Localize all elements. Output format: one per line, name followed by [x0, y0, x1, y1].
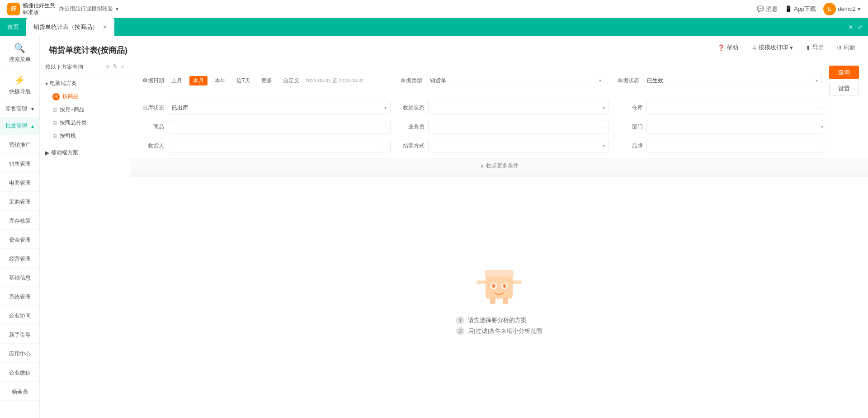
- messages-btn[interactable]: 💬 消息: [757, 5, 778, 13]
- print-btn[interactable]: 🖨 按模板打印 ▾: [747, 42, 797, 53]
- filter-status-dropdown[interactable]: 已生效 ▾: [643, 74, 822, 87]
- refresh-btn[interactable]: ↺ 刷新: [833, 42, 859, 53]
- scheme-collapse-btn[interactable]: «: [121, 63, 124, 71]
- svg-rect-0: [486, 276, 513, 299]
- action-buttons: 查询 设置: [829, 66, 859, 95]
- help-icon: ❓: [717, 44, 725, 51]
- nav-basic[interactable]: 基础信息: [0, 268, 39, 287]
- retail-arrow-icon: ▾: [31, 106, 34, 112]
- filter-dept-dropdown[interactable]: ▾: [646, 120, 827, 133]
- scheme-item-by-cashier[interactable]: ⊞ 按司机: [40, 129, 130, 142]
- wholesale-arrow-icon: ▴: [31, 123, 34, 129]
- scheme-add-btn[interactable]: +: [106, 63, 110, 71]
- app-download-btn[interactable]: 📱 App下载: [785, 5, 816, 13]
- filter-salesman-input[interactable]: ···: [428, 120, 609, 133]
- date-tab-last-month[interactable]: 上月: [168, 76, 186, 86]
- filter-brand-input[interactable]: ···: [646, 139, 827, 152]
- nav-guide[interactable]: 新手引导: [0, 325, 39, 344]
- brand-dots-icon: ···: [819, 142, 823, 149]
- date-tab-this-month[interactable]: 本月: [189, 76, 208, 86]
- topbar: 好 畅捷信好生意 标准版 办公用品行业模拟账套 ▾ 💬 消息 📱 App下载 E…: [0, 0, 868, 18]
- collapse-up-icon: ∧: [480, 163, 484, 169]
- tab-report[interactable]: 销货单统计表（按商品） ✕: [26, 18, 114, 36]
- main-layout: 🔍 搜索菜单 ⚡ 快捷导航 零售管理 ▾ 批发管理 ▴ 营销推广 销售管理 电商…: [0, 36, 868, 418]
- nav-wechat[interactable]: 企业微信: [0, 363, 39, 382]
- download-icon: 📱: [785, 5, 792, 12]
- nav-search-menu[interactable]: 🔍 搜索菜单: [0, 36, 39, 68]
- user-menu[interactable]: E demo2 ▾: [823, 3, 861, 15]
- export-icon: ⬆: [806, 44, 811, 51]
- filter-settle-item: 结算方式 ▾: [400, 139, 609, 152]
- maximize-icon[interactable]: ⤢: [857, 24, 863, 31]
- date-tab-this-year[interactable]: 本年: [211, 76, 229, 86]
- query-btn[interactable]: 查询: [829, 66, 859, 79]
- table-icon-2: ⊞: [52, 120, 57, 126]
- pc-arrow-icon: ▾: [45, 81, 48, 87]
- filter-row-2: 出库状态 已出库 ▾ 收款状态: [139, 101, 859, 114]
- nav-wholesale[interactable]: 批发管理 ▴: [0, 118, 39, 135]
- mobile-arrow-icon: ▶: [45, 150, 49, 156]
- date-tab-custom[interactable]: 自定义: [279, 76, 303, 86]
- scheme-mobile-toggle[interactable]: ▶ 移动端方案: [40, 146, 130, 159]
- collect-arrow-icon: ▾: [603, 105, 605, 110]
- nav-finance[interactable]: 资金管理: [0, 230, 39, 249]
- filter-type-item: 单据类型 销货单 ▾: [397, 74, 605, 87]
- close-window-icon[interactable]: ✕: [848, 24, 854, 31]
- type-arrow-icon: ▾: [599, 78, 601, 83]
- filter-goods-input[interactable]: ···: [168, 120, 391, 133]
- filter-collect-dropdown[interactable]: ▾: [428, 101, 609, 114]
- filter-status-item: 单据状态 已生效 ▾: [614, 74, 822, 87]
- scheme-item-by-goods[interactable]: 按 按商品: [40, 90, 130, 103]
- tab-close-icon[interactable]: ✕: [103, 24, 107, 30]
- table-icon-1: ⊞: [52, 107, 57, 113]
- setting-btn[interactable]: 设置: [829, 82, 859, 95]
- empty-step-1: 1 请先选择要分析的方案: [456, 316, 542, 324]
- filter-type-dropdown[interactable]: 销货单 ▾: [426, 74, 605, 87]
- sidebar-nav: 🔍 搜索菜单 ⚡ 快捷导航 零售管理 ▾ 批发管理 ▴ 营销推广 销售管理 电商…: [0, 36, 40, 418]
- nav-vip[interactable]: 畅会员: [0, 382, 39, 401]
- filter-settle-dropdown[interactable]: ▾: [428, 139, 609, 152]
- svg-rect-8: [490, 298, 495, 304]
- filter-receiver-input[interactable]: ···: [168, 139, 391, 152]
- empty-step-2: 2 用[过滤]条件来缩小分析范围: [456, 327, 542, 335]
- nav-system[interactable]: 系统管理: [0, 287, 39, 306]
- nav-inventory[interactable]: 库存核算: [0, 211, 39, 230]
- nav-quick-nav[interactable]: ⚡ 快捷导航: [0, 68, 39, 100]
- nav-purchase[interactable]: 采购管理: [0, 192, 39, 211]
- nav-sales[interactable]: 销售管理: [0, 154, 39, 173]
- empty-state: 1 请先选择要分析的方案 2 用[过滤]条件来缩小分析范围: [130, 177, 868, 418]
- filter-row-4: 收货人 ··· 结算方式: [139, 139, 859, 152]
- date-tab-7days[interactable]: 近7天: [233, 76, 254, 86]
- scheme-edit-btn[interactable]: ✎: [113, 63, 118, 71]
- date-tab-more[interactable]: 更多: [258, 76, 276, 86]
- message-icon: 💬: [757, 5, 764, 12]
- tab-home[interactable]: 首页: [0, 18, 26, 36]
- topbar-left: 好 畅捷信好生意 标准版 办公用品行业模拟账套 ▾: [7, 2, 118, 15]
- dept-arrow-icon: ▾: [821, 124, 823, 129]
- export-btn[interactable]: ⬆ 导出: [802, 42, 828, 53]
- nav-operation[interactable]: 经营管理: [0, 249, 39, 268]
- storage-dots-icon: ···: [819, 104, 823, 111]
- scheme-header: 按以下方案查询 + ✎ «: [40, 59, 130, 75]
- collapse-bar[interactable]: ∧ 收起更多条件: [130, 158, 868, 173]
- nav-retail[interactable]: 零售管理 ▾: [0, 100, 39, 118]
- svg-rect-6: [476, 280, 486, 284]
- scheme-pc-toggle[interactable]: ▾ 电脑端方案: [40, 77, 130, 90]
- print-arrow-icon: ▾: [790, 44, 793, 51]
- scheme-item-by-month-goods[interactable]: ⊞ 按月+商品: [40, 103, 130, 116]
- workspace-selector[interactable]: 办公用品行业模拟账套 ▾: [59, 5, 118, 13]
- main-content: 单据日期 上月 本月 本年 近7天 更多 自定义: [130, 59, 868, 418]
- filter-warehouse-item: 出库状态 已出库 ▾: [139, 101, 391, 114]
- filter-warehouse-dropdown[interactable]: 已出库 ▾: [168, 101, 391, 114]
- nav-enterprise[interactable]: 企业协同: [0, 306, 39, 325]
- scheme-item-by-category[interactable]: ⊞ 按商品分类: [40, 116, 130, 129]
- nav-marketing[interactable]: 营销推广: [0, 135, 39, 154]
- nav-appstore[interactable]: 应用中心: [0, 344, 39, 363]
- svg-point-4: [492, 284, 495, 288]
- nav-ecommerce[interactable]: 电商管理: [0, 173, 39, 192]
- filter-row-1: 单据日期 上月 本月 本年 近7天 更多 自定义: [139, 66, 859, 95]
- filter-storage-input[interactable]: ···: [646, 101, 827, 114]
- help-btn[interactable]: ❓ 帮助: [714, 42, 742, 53]
- settle-arrow-icon: ▾: [603, 143, 605, 148]
- goods-dots-icon: ···: [382, 124, 387, 130]
